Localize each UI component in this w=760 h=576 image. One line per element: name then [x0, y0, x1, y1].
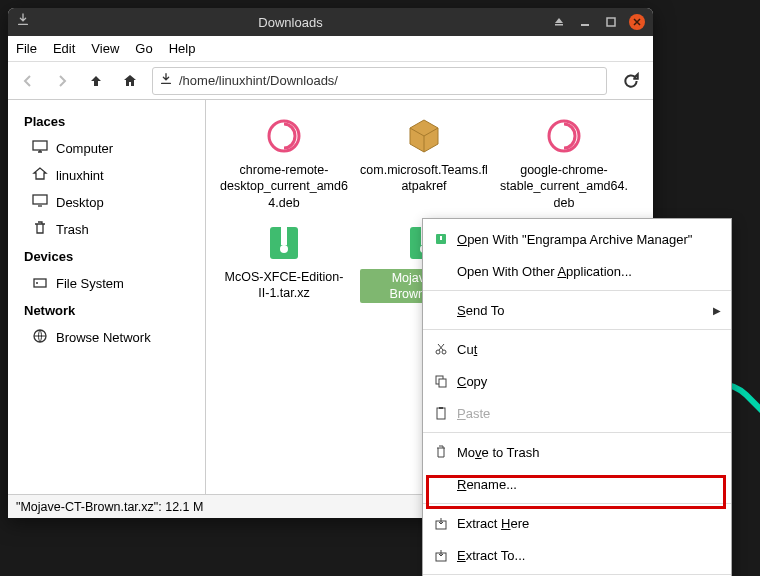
sidebar-item-home[interactable]: linuxhint [12, 162, 201, 189]
path-bar[interactable]: /home/linuxhint/Downloads/ [152, 67, 607, 95]
sidebar-item-label: Trash [56, 222, 89, 237]
status-text: "Mojave-CT-Brown.tar.xz": 12.1 M [16, 500, 203, 514]
svg-rect-11 [281, 227, 287, 245]
sidebar-item-trash[interactable]: Trash [12, 216, 201, 243]
sidebar-item-label: Desktop [56, 195, 104, 210]
sidebar-places-header: Places [12, 108, 201, 135]
ctx-label: Copy [457, 374, 721, 389]
ctx-open-with-default[interactable]: Open With "Engrampa Archive Manager" [423, 223, 731, 255]
svg-point-6 [36, 282, 38, 284]
menu-edit[interactable]: Edit [53, 41, 75, 56]
ctx-label: Rename... [457, 477, 721, 492]
ctx-copy[interactable]: Copy [423, 365, 731, 397]
file-item[interactable]: McOS-XFCE-Edition-II-1.tar.xz [214, 215, 354, 308]
ctx-label: Extract To... [457, 548, 721, 563]
home-button[interactable] [118, 69, 142, 93]
sidebar-item-label: Browse Network [56, 330, 151, 345]
file-item[interactable]: com.microsoft.Teams.flatpakref [354, 108, 494, 215]
sidebar-item-browse-network[interactable]: Browse Network [12, 324, 201, 351]
up-button[interactable] [84, 69, 108, 93]
svg-point-18 [436, 350, 440, 354]
svg-rect-5 [34, 279, 46, 287]
archive-file-icon [260, 219, 308, 267]
svg-rect-23 [439, 407, 443, 409]
copy-icon [433, 373, 449, 389]
ctx-label: Send To [457, 303, 705, 318]
submenu-arrow-icon: ▶ [713, 305, 721, 316]
disk-icon [32, 274, 48, 293]
ctx-label: Paste [457, 406, 721, 421]
sidebar-item-desktop[interactable]: Desktop [12, 189, 201, 216]
download-icon [16, 13, 30, 31]
file-label: com.microsoft.Teams.flatpakref [360, 162, 488, 195]
ctx-rename[interactable]: Rename... [423, 468, 731, 500]
ctx-label: Extract Here [457, 516, 721, 531]
archive-app-icon [433, 231, 449, 247]
context-menu: Open With "Engrampa Archive Manager" Ope… [422, 218, 732, 576]
svg-rect-22 [437, 408, 445, 419]
svg-point-19 [442, 350, 446, 354]
ctx-extract-here[interactable]: Extract Here [423, 507, 731, 539]
sidebar-item-label: linuxhint [56, 168, 104, 183]
monitor-icon [32, 139, 48, 158]
path-text: /home/linuxhint/Downloads/ [179, 73, 338, 88]
pkg-file-icon [400, 112, 448, 160]
window-always-on-top-button[interactable] [551, 14, 567, 30]
globe-icon [32, 328, 48, 347]
file-item[interactable]: google-chrome-stable_current_amd64.deb [494, 108, 634, 215]
deb-file-icon [540, 112, 588, 160]
deb-file-icon [260, 112, 308, 160]
clipboard-icon [433, 405, 449, 421]
sidebar-item-filesystem[interactable]: File System [12, 270, 201, 297]
extract-icon [433, 515, 449, 531]
menu-file[interactable]: File [16, 41, 37, 56]
file-label: chrome-remote-desktop_current_amd64.deb [220, 162, 348, 211]
ctx-cut[interactable]: Cut [423, 333, 731, 365]
svg-rect-1 [581, 24, 589, 26]
back-button[interactable] [16, 69, 40, 93]
sidebar-item-label: File System [56, 276, 124, 291]
menubar: File Edit View Go Help [8, 36, 653, 62]
ctx-separator [423, 432, 731, 433]
menu-view[interactable]: View [91, 41, 119, 56]
sidebar-network-header: Network [12, 297, 201, 324]
ctx-open-with-other[interactable]: Open With Other Application... [423, 255, 731, 287]
sidebar-item-computer[interactable]: Computer [12, 135, 201, 162]
toolbar: /home/linuxhint/Downloads/ [8, 62, 653, 100]
ctx-label: Open With Other Application... [457, 264, 721, 279]
trash-icon [32, 220, 48, 239]
svg-rect-2 [607, 18, 615, 26]
ctx-move-to-trash[interactable]: Move to Trash [423, 436, 731, 468]
menu-go[interactable]: Go [135, 41, 152, 56]
blank-icon [433, 263, 449, 279]
sidebar-devices-header: Devices [12, 243, 201, 270]
svg-rect-17 [440, 236, 442, 240]
titlebar[interactable]: Downloads [8, 8, 653, 36]
window-title: Downloads [30, 15, 551, 30]
svg-point-12 [280, 245, 288, 253]
file-item[interactable]: chrome-remote-desktop_current_amd64.deb [214, 108, 354, 215]
ctx-separator [423, 329, 731, 330]
ctx-label: Cut [457, 342, 721, 357]
sidebar: Places Computer linuxhint Desktop Trash … [8, 100, 206, 494]
menu-help[interactable]: Help [169, 41, 196, 56]
ctx-separator [423, 503, 731, 504]
sidebar-item-label: Computer [56, 141, 113, 156]
minimize-button[interactable] [577, 14, 593, 30]
scissors-icon [433, 341, 449, 357]
close-button[interactable] [629, 14, 645, 30]
ctx-separator [423, 574, 731, 575]
ctx-paste: Paste [423, 397, 731, 429]
ctx-extract-to[interactable]: Extract To... [423, 539, 731, 571]
ctx-send-to[interactable]: Send To ▶ [423, 294, 731, 326]
blank-icon [433, 302, 449, 318]
blank-icon [433, 476, 449, 492]
maximize-button[interactable] [603, 14, 619, 30]
svg-rect-4 [33, 195, 47, 204]
extract-icon [433, 547, 449, 563]
download-icon [159, 72, 173, 90]
trash-icon [433, 444, 449, 460]
reload-button[interactable] [617, 67, 645, 95]
forward-button[interactable] [50, 69, 74, 93]
file-label: McOS-XFCE-Edition-II-1.tar.xz [220, 269, 348, 302]
